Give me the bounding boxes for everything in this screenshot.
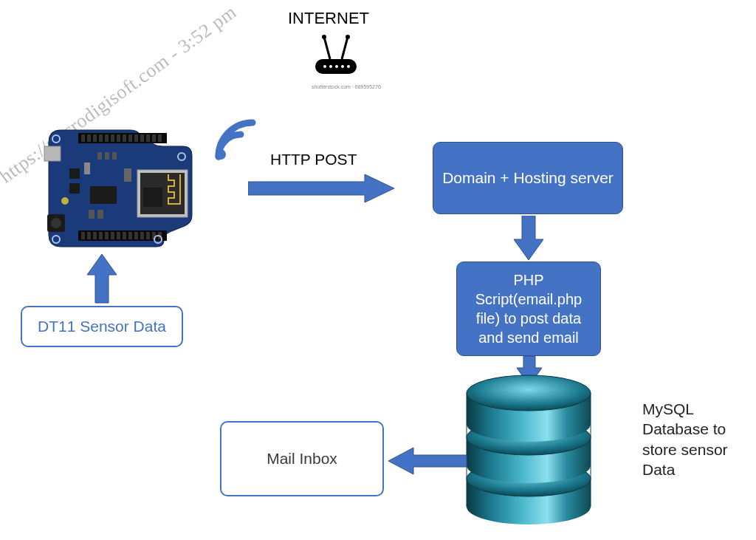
hosting-server-box: Domain + Hosting server [433,142,623,214]
svg-rect-17 [105,134,109,142]
svg-point-2 [322,35,326,39]
svg-rect-19 [117,134,120,142]
svg-marker-62 [248,174,394,202]
database-icon [464,368,594,530]
mail-inbox-box: Mail Inbox [220,421,384,496]
router-icon [306,33,365,87]
svg-rect-60 [89,210,94,219]
svg-rect-32 [111,232,114,239]
svg-line-0 [324,37,330,59]
mysql-caption: MySQL Database to store sensor Data [642,399,746,479]
svg-point-6 [329,65,332,68]
svg-rect-33 [117,232,120,239]
arduino-board-image [43,127,198,249]
svg-rect-31 [105,232,109,239]
svg-rect-26 [158,134,162,142]
svg-rect-20 [123,134,126,142]
svg-rect-59 [112,152,117,160]
svg-rect-22 [134,134,138,142]
arrow-hosting-to-php [512,216,545,264]
svg-rect-36 [134,232,138,239]
svg-rect-23 [140,134,144,142]
svg-rect-34 [123,232,126,239]
svg-marker-63 [514,216,543,260]
svg-rect-49 [69,183,80,194]
sensor-data-box: DT11 Sensor Data [21,306,183,347]
svg-point-8 [341,65,344,68]
svg-rect-27 [81,232,85,239]
arrow-db-to-mail [387,446,468,479]
svg-rect-51 [84,163,90,174]
svg-rect-18 [111,134,114,142]
svg-marker-77 [388,448,467,474]
svg-point-5 [323,65,326,68]
svg-rect-58 [105,152,109,160]
svg-point-10 [216,149,226,160]
svg-rect-28 [87,232,91,239]
arrow-sensor-to-board [86,253,118,307]
svg-rect-41 [44,146,61,161]
arrow-http-post [248,171,396,208]
svg-rect-30 [99,232,103,239]
svg-rect-57 [97,152,102,160]
svg-point-9 [347,65,350,68]
svg-rect-15 [93,134,97,142]
router-credit: shutterstock.com · 689595270 [312,84,381,89]
svg-rect-37 [140,232,144,239]
svg-rect-46 [143,188,162,207]
svg-rect-61 [97,210,103,219]
svg-point-43 [51,218,61,228]
svg-point-3 [346,35,350,39]
svg-rect-13 [81,134,85,142]
svg-point-7 [335,65,338,68]
svg-rect-52 [124,168,131,182]
svg-line-1 [342,37,348,59]
svg-rect-14 [87,134,91,142]
wifi-icon [213,117,258,165]
svg-rect-24 [146,134,150,142]
http-post-label: HTTP POST [270,151,357,168]
svg-marker-78 [87,254,117,303]
svg-rect-21 [128,134,132,142]
svg-rect-38 [146,232,150,239]
svg-rect-25 [152,134,156,142]
svg-rect-29 [93,232,97,239]
svg-rect-47 [90,186,117,204]
internet-label: INTERNET [288,9,369,28]
svg-rect-16 [99,134,103,142]
php-script-box: PHP Script(email.php file) to post data … [456,262,601,356]
svg-point-50 [61,197,69,205]
svg-rect-48 [69,168,80,179]
svg-rect-35 [128,232,132,239]
